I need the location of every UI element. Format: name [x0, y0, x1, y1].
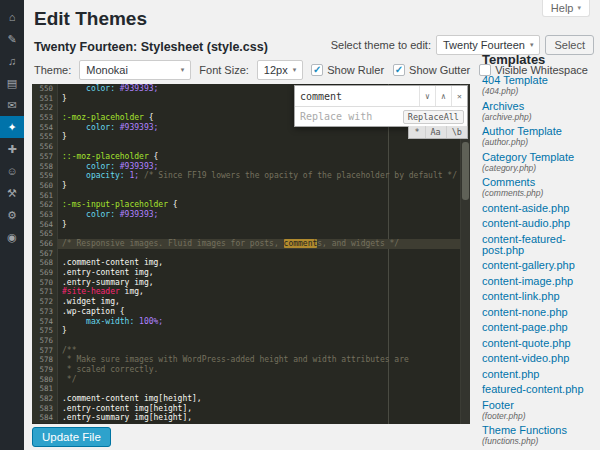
sidebar-item-dashboard[interactable]: ⌂ — [0, 6, 24, 28]
code-line-584: 584.entry-summary img[height], — [32, 413, 470, 423]
code-text: */ — [58, 375, 470, 385]
template-item: content-audio.php — [482, 218, 596, 229]
sidebar-item-plugins[interactable]: ✚ — [0, 138, 24, 160]
template-link[interactable]: content-image.php — [482, 276, 596, 287]
code-line-576: 576 — [32, 336, 470, 346]
posts-icon: ✎ — [7, 33, 16, 46]
search-input[interactable]: comment — [295, 91, 419, 102]
replace-input[interactable]: Replace with — [295, 111, 403, 122]
settings-icon: ⚙ — [7, 209, 17, 222]
select-theme-label: Select theme to edit: — [331, 39, 431, 51]
template-link[interactable]: content.php — [482, 369, 596, 380]
template-link[interactable]: Comments — [482, 177, 596, 188]
whole-word-toggle[interactable]: \b — [446, 126, 467, 138]
template-item: featured-content.php — [482, 384, 596, 395]
sidebar-item-comments[interactable]: ✉ — [0, 94, 24, 116]
line-number: 583 — [32, 404, 58, 414]
code-text: .wp-caption { — [58, 307, 470, 317]
line-number: 570 — [32, 278, 58, 288]
code-line-566: 566/* Responsive images. Fluid images fo… — [32, 239, 470, 249]
editor-theme-dropdown[interactable]: Monokai ▾ — [79, 60, 191, 80]
checkbox-show-gutter[interactable]: ✓Show Gutter — [393, 64, 470, 76]
code-text: .entry-summary img[height], — [58, 413, 470, 423]
templates-list: 404 Template(404.php)Archives(archive.ph… — [482, 75, 596, 446]
template-link[interactable]: content-link.php — [482, 291, 596, 302]
template-link[interactable]: 404 Template — [482, 75, 596, 86]
font-size-dropdown[interactable]: 12px ▾ — [257, 60, 303, 80]
regex-toggle[interactable]: * — [409, 126, 424, 138]
code-text: .comment-content img, — [58, 258, 470, 268]
checkbox-show-ruler[interactable]: ✓Show Ruler — [311, 64, 384, 76]
appearance-icon: ✦ — [7, 121, 16, 134]
template-item: content-featured-post.php — [482, 234, 596, 256]
sidebar-item-media[interactable]: ♫ — [0, 50, 24, 72]
template-link[interactable]: content-none.php — [482, 307, 596, 318]
case-sensitive-toggle[interactable]: Aa — [425, 126, 446, 138]
line-number: 566 — [32, 239, 58, 249]
theme-select-value: Twenty Fourteen — [443, 39, 525, 51]
template-item: Archives(archive.php) — [482, 101, 596, 122]
line-number: 575 — [32, 326, 58, 336]
update-file-button[interactable]: Update File — [32, 427, 111, 447]
edit-themes-page: ⌂✎♫▤✉✦✚☺⚒⚙◉ Help ▾ Edit Themes Twenty Fo… — [0, 0, 600, 450]
sidebar-item-posts[interactable]: ✎ — [0, 28, 24, 50]
sidebar-item-users[interactable]: ☺ — [0, 160, 24, 182]
find-next-icon[interactable]: ∨ — [419, 86, 435, 106]
code-line-558: 558 color: #939393; — [32, 162, 470, 172]
template-link[interactable]: Footer — [482, 400, 596, 411]
line-number: 564 — [32, 220, 58, 230]
dashboard-icon: ⌂ — [9, 11, 16, 23]
checkbox-checked-icon: ✓ — [311, 64, 323, 76]
font-size-value: 12px — [264, 64, 288, 76]
code-text: .entry-content img[height], — [58, 404, 470, 414]
sidebar-item-settings[interactable]: ⚙ — [0, 204, 24, 226]
template-link[interactable]: content-page.php — [482, 322, 596, 333]
line-number: 567 — [32, 249, 58, 259]
sidebar-item-pages[interactable]: ▤ — [0, 72, 24, 94]
template-link[interactable]: Theme Functions — [482, 425, 596, 436]
code-line-581: 581 — [32, 384, 470, 394]
chevron-down-icon: ▾ — [181, 66, 185, 74]
template-link[interactable]: content-featured-post.php — [482, 234, 596, 256]
chevron-down-icon: ▾ — [530, 41, 534, 49]
sidebar-item-tools[interactable]: ⚒ — [0, 182, 24, 204]
chevron-down-icon: ▾ — [293, 66, 297, 74]
page-title: Edit Themes — [34, 8, 147, 30]
template-item: 404 Template(404.php) — [482, 75, 596, 96]
close-icon[interactable]: ✕ — [451, 86, 467, 106]
line-number: 552 — [32, 103, 58, 113]
line-number: 574 — [32, 317, 58, 327]
code-text: .entry-content img, — [58, 268, 470, 278]
line-number: 580 — [32, 375, 58, 385]
replace-all-button[interactable]: ReplaceAll — [403, 110, 464, 124]
template-link[interactable]: content-quote.php — [482, 338, 596, 349]
template-link[interactable]: content-audio.php — [482, 218, 596, 229]
line-number: 553 — [32, 113, 58, 123]
template-link[interactable]: Author Template — [482, 126, 596, 137]
code-line-560: 560} — [32, 181, 470, 191]
code-line-555: 555} — [32, 132, 470, 142]
search-row: comment ∨ ∧ ✕ — [295, 86, 467, 106]
line-number: 571 — [32, 287, 58, 297]
template-filename: (comments.php) — [482, 189, 596, 198]
template-link[interactable]: Category Template — [482, 152, 596, 163]
sidebar-item-collapse-menu[interactable]: ◉ — [0, 226, 24, 248]
scrollbar-thumb[interactable] — [462, 142, 469, 200]
template-item: content.php — [482, 369, 596, 380]
find-prev-icon[interactable]: ∧ — [435, 86, 451, 106]
line-number: 581 — [32, 384, 58, 394]
code-text: /** — [58, 346, 470, 356]
template-link[interactable]: content-aside.php — [482, 203, 596, 214]
line-number: 554 — [32, 123, 58, 133]
code-text: max-width: 100%; — [58, 317, 470, 327]
sidebar-item-appearance[interactable]: ✦ — [0, 116, 24, 138]
template-link[interactable]: content-video.php — [482, 353, 596, 364]
code-editor[interactable]: 550 color: #939393;551}552553:-moz-place… — [32, 84, 470, 424]
line-number: 562 — [32, 200, 58, 210]
code-text — [58, 229, 470, 239]
template-item: content-image.php — [482, 276, 596, 287]
template-link[interactable]: content-gallery.php — [482, 260, 596, 271]
help-tab[interactable]: Help ▾ — [542, 0, 590, 17]
template-link[interactable]: featured-content.php — [482, 384, 596, 395]
template-link[interactable]: Archives — [482, 101, 596, 112]
